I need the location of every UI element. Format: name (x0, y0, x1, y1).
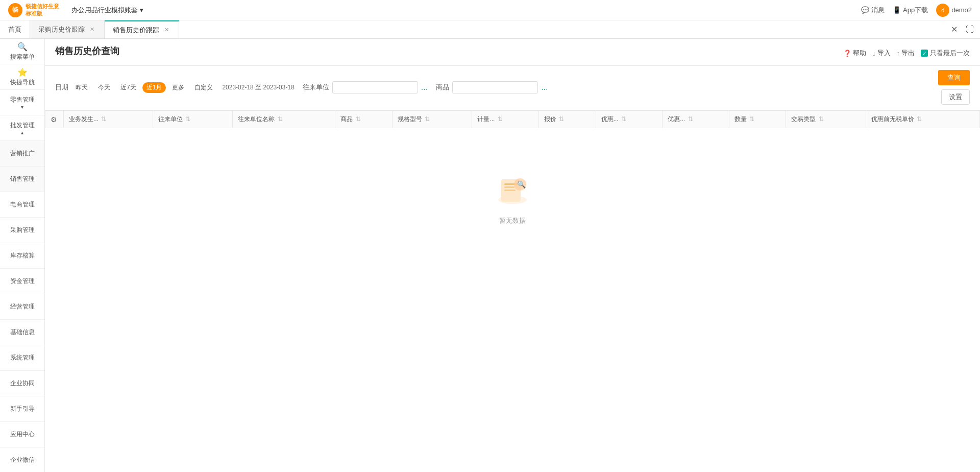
sidebar-item-wholesale[interactable]: 批发管理 ▴ (0, 115, 44, 141)
empty-state: 🔍 暂无数据 (45, 128, 980, 266)
sidebar-item-finance[interactable]: 资金管理 (0, 269, 44, 294)
table-settings-icon[interactable]: ⚙ (51, 115, 57, 124)
sort-icon: ⇅ (621, 115, 626, 123)
sidebar-item-system[interactable]: 系统管理 (0, 345, 44, 371)
sidebar-item-appstore[interactable]: 应用中心 (0, 422, 44, 447)
sidebar-item-wechat[interactable]: 企业微信 (0, 447, 44, 472)
logo-icon: 畅 (8, 3, 22, 17)
tabbar-actions: ✕ ⛶ (949, 20, 980, 38)
user-area[interactable]: d demo2 (936, 4, 972, 17)
sidebar-item-shortcut[interactable]: ⭐ 快捷导航 (0, 64, 44, 90)
partner-picker-btn[interactable]: ... (421, 83, 428, 92)
only-last-checkbox[interactable]: ✓ (921, 50, 928, 57)
arrow-up-icon: ▴ (21, 130, 23, 135)
app-selector[interactable]: 办公用品行业模拟账套 ▾ (71, 6, 143, 15)
page-title: 销售历史价查询 (55, 45, 119, 57)
sidebar-item-marketing[interactable]: 营销推广 (0, 141, 44, 167)
download-icon: 📱 (893, 6, 901, 14)
col-quote[interactable]: 报价 ⇅ (538, 111, 596, 128)
chip-yesterday[interactable]: 昨天 (71, 82, 92, 93)
col-partner-name[interactable]: 往来单位名称 ⇅ (233, 111, 335, 128)
col-unit[interactable]: 计量... ⇅ (472, 111, 538, 128)
content-area: 销售历史价查询 ❓ 帮助 ↓ 导入 ↑ 导出 ✓ (45, 39, 980, 472)
sidebar-item-enterprise[interactable]: 企业协同 (0, 371, 44, 396)
table-area: ⚙ 业务发生... ⇅ 往来单位 ⇅ 往来单位名称 ⇅ (45, 110, 980, 472)
app-download-btn[interactable]: 📱 App下载 (893, 6, 928, 15)
settings-button[interactable]: 设置 (941, 89, 970, 105)
page-header: 销售历史价查询 ❓ 帮助 ↓ 导入 ↑ 导出 ✓ (45, 39, 980, 66)
topbar: 畅 畅捷信好生意 标准版 办公用品行业模拟账套 ▾ 💬 消息 📱 App下载 d… (0, 0, 980, 20)
filter-actions: 查询 设置 (938, 70, 970, 105)
arrow-down-icon: ▾ (21, 104, 23, 110)
col-goods[interactable]: 商品 ⇅ (335, 111, 393, 128)
topbar-right: 💬 消息 📱 App下载 d demo2 (861, 4, 972, 17)
table-header-row: ⚙ 业务发生... ⇅ 往来单位 ⇅ 往来单位名称 ⇅ (45, 111, 980, 128)
goods-filter-group: 商品 ... (436, 81, 548, 93)
export-btn[interactable]: ↑ 导出 (897, 49, 915, 58)
home-tab-label: 首页 (8, 25, 21, 34)
sidebar-item-retail[interactable]: 零售管理 ▾ (0, 90, 44, 115)
sidebar-item-ecommerce[interactable]: 电商管理 (0, 192, 44, 218)
help-btn[interactable]: ❓ 帮助 (843, 49, 866, 58)
col-settings: ⚙ (45, 111, 64, 128)
chip-today[interactable]: 今天 (94, 82, 114, 93)
maximize-btn[interactable]: ⛶ (964, 23, 976, 36)
sidebar-item-sales-mgmt[interactable]: 销售管理 (0, 167, 44, 192)
goods-label: 商品 (436, 83, 449, 92)
goods-picker-btn[interactable]: ... (541, 83, 548, 92)
dropdown-arrow-icon: ▾ (140, 6, 143, 14)
logo-text: 畅捷信好生意 标准版 (26, 3, 59, 16)
sort-icon: ⇅ (688, 115, 693, 123)
tab-purchase[interactable]: 采购历史价跟踪 ✕ (30, 20, 105, 38)
sidebar: 🔍 搜索菜单 ⭐ 快捷导航 零售管理 ▾ 批发管理 ▴ 营销推广 销售管理 电商… (0, 39, 45, 472)
col-discount2[interactable]: 优惠... ⇅ (663, 111, 729, 128)
close-sales-tab[interactable]: ✕ (162, 26, 170, 34)
sort-icon: ⇅ (559, 115, 564, 123)
col-trade-type[interactable]: 交易类型 ⇅ (786, 111, 866, 128)
star-icon: ⭐ (17, 67, 28, 77)
tab-home[interactable]: 首页 (0, 20, 30, 38)
tab-sales[interactable]: 销售历史价跟踪 ✕ (105, 20, 179, 38)
close-purchase-tab[interactable]: ✕ (88, 26, 96, 34)
col-biz-date[interactable]: 业务发生... ⇅ (64, 111, 153, 128)
page-header-actions: ❓ 帮助 ↓ 导入 ↑ 导出 ✓ 只看最后一次 (843, 49, 970, 58)
search-icon: 🔍 (17, 42, 28, 52)
col-partner-code[interactable]: 往来单位 ⇅ (153, 111, 232, 128)
sidebar-item-search[interactable]: 🔍 搜索菜单 (0, 39, 44, 64)
only-last-checkbox-label[interactable]: ✓ 只看最后一次 (921, 49, 970, 58)
col-spec[interactable]: 规格型号 ⇅ (393, 111, 472, 128)
date-chips: 昨天 今天 近7天 近1月 更多 自定义 (71, 82, 217, 93)
message-btn[interactable]: 💬 消息 (861, 6, 885, 15)
query-button[interactable]: 查询 (938, 70, 970, 85)
sort-icon: ⇅ (356, 115, 361, 123)
filter-bar: 日期 昨天 今天 近7天 近1月 更多 自定义 2023-02-18 至 202… (45, 66, 980, 110)
sidebar-item-inventory[interactable]: 库存核算 (0, 243, 44, 269)
help-icon: ❓ (843, 50, 851, 57)
topbar-left: 畅 畅捷信好生意 标准版 办公用品行业模拟账套 ▾ (8, 3, 143, 17)
date-label: 日期 (55, 83, 68, 92)
sidebar-item-ops[interactable]: 经营管理 (0, 294, 44, 320)
partner-label: 往来单位 (303, 83, 329, 92)
data-table: ⚙ 业务发生... ⇅ 往来单位 ⇅ 往来单位名称 ⇅ (45, 110, 980, 128)
col-discount1[interactable]: 优惠... ⇅ (596, 111, 662, 128)
sidebar-item-guide[interactable]: 新手引导 (0, 396, 44, 422)
import-btn[interactable]: ↓ 导入 (872, 49, 891, 58)
sidebar-item-base[interactable]: 基础信息 (0, 320, 44, 345)
col-quantity[interactable]: 数量 ⇅ (729, 111, 786, 128)
sort-icon: ⇅ (819, 115, 824, 123)
close-all-tabs-btn[interactable]: ✕ (949, 22, 960, 36)
col-no-tax-price[interactable]: 优惠前无税单价 ⇅ (866, 111, 979, 128)
sales-tab-label: 销售历史价跟踪 (113, 26, 159, 35)
avatar: d (936, 4, 949, 17)
chip-custom[interactable]: 自定义 (190, 82, 217, 93)
partner-input[interactable] (332, 81, 418, 93)
sort-icon: ⇅ (749, 115, 754, 123)
message-icon: 💬 (861, 6, 869, 14)
sort-icon: ⇅ (101, 115, 106, 123)
chip-7days[interactable]: 近7天 (116, 82, 140, 93)
sidebar-item-purchase-mgmt[interactable]: 采购管理 (0, 218, 44, 243)
goods-input[interactable] (452, 81, 538, 93)
chip-1month[interactable]: 近1月 (142, 82, 166, 93)
chip-more[interactable]: 更多 (168, 82, 188, 93)
empty-text: 暂无数据 (499, 216, 526, 225)
